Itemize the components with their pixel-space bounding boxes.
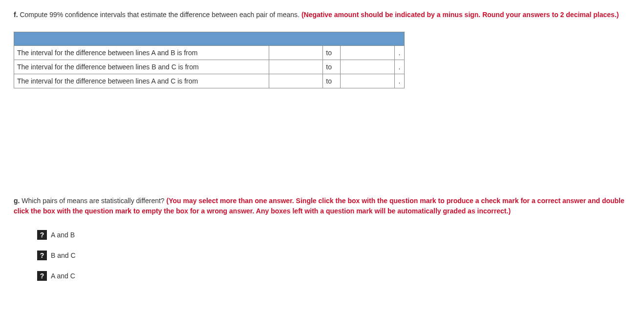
checkbox-list: ? A and B ? B and C ? A and C [37, 230, 630, 281]
question-g-block: g. Which pairs of means are statisticall… [14, 196, 630, 281]
checkbox-bc[interactable]: ? [37, 251, 47, 260]
table-header-blank [14, 32, 405, 46]
checkbox-row-ab: ? A and B [37, 230, 630, 240]
checkbox-label: A and B [51, 231, 75, 239]
table-row: The interval for the difference between … [14, 46, 405, 60]
question-f-instruction: (Negative amount should be indicated by … [301, 11, 619, 19]
question-g-text: g. Which pairs of means are statisticall… [14, 196, 630, 216]
row-label: The interval for the difference between … [14, 46, 269, 60]
row-dot: . [394, 46, 404, 60]
checkbox-ab[interactable]: ? [37, 230, 47, 240]
row-label: The interval for the difference between … [14, 74, 269, 88]
interval-ab-from-input[interactable] [272, 47, 320, 58]
checkbox-label: A and C [51, 272, 75, 280]
to-label: to [323, 46, 341, 60]
row-label: The interval for the difference between … [14, 60, 269, 74]
question-f-block: f. Compute 99% confidence intervals that… [14, 10, 630, 88]
question-f-label: f. [14, 11, 18, 19]
spacer [14, 108, 630, 196]
checkbox-row-ac: ? A and C [37, 271, 630, 281]
question-g-body: Which pairs of means are statistically d… [21, 197, 166, 205]
interval-ab-to-input[interactable] [343, 47, 391, 58]
checkbox-ac[interactable]: ? [37, 271, 47, 281]
interval-bc-to-input[interactable] [343, 62, 391, 72]
interval-bc-from-input[interactable] [272, 62, 320, 72]
table-row: The interval for the difference between … [14, 74, 405, 88]
to-label: to [323, 74, 341, 88]
checkbox-label: B and C [51, 251, 76, 259]
question-f-text: f. Compute 99% confidence intervals that… [14, 10, 630, 20]
checkbox-row-bc: ? B and C [37, 251, 630, 260]
confidence-interval-table: The interval for the difference between … [14, 32, 405, 88]
row-dot: . [394, 60, 404, 74]
table-row: The interval for the difference between … [14, 60, 405, 74]
question-g-label: g. [14, 197, 20, 205]
row-dot: . [394, 74, 404, 88]
interval-ac-to-input[interactable] [343, 76, 391, 86]
interval-ac-from-input[interactable] [272, 76, 320, 86]
to-label: to [323, 60, 341, 74]
question-f-body: Compute 99% confidence intervals that es… [20, 11, 301, 19]
